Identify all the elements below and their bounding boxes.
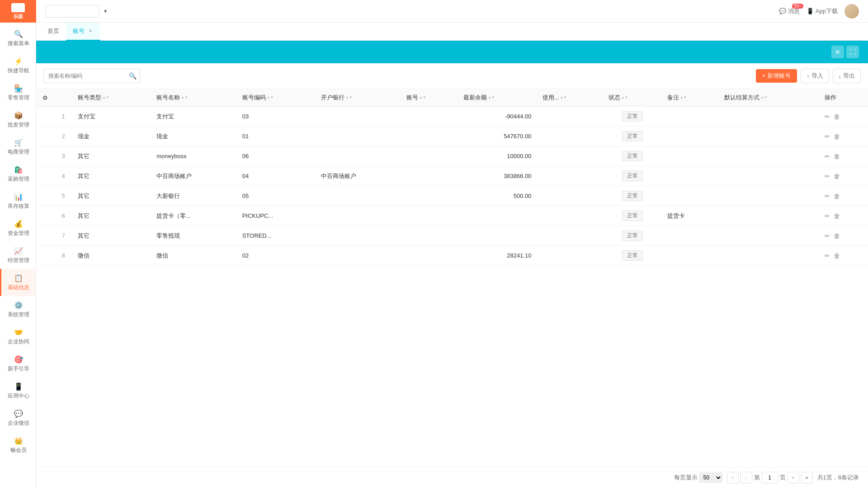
cell-balance-7: 28241.10 <box>458 246 537 266</box>
sidebar-item-basic-info[interactable]: 📋 基础信息 <box>0 269 36 296</box>
th-code[interactable]: 账号编码▲▼ <box>237 89 316 107</box>
sidebar-item-enterprise-wechat[interactable]: 💬 企业微信 <box>0 404 36 432</box>
th-settings[interactable]: ⚙ <box>36 89 54 107</box>
sidebar-label-operations-mgmt: 经营管理 <box>8 257 29 264</box>
cell-settings-2 <box>36 146 54 166</box>
cell-bank-5 <box>316 206 401 226</box>
sidebar-item-enterprise-agreement[interactable]: 🤝 企业协同 <box>0 323 36 350</box>
sidebar-item-quick-nav[interactable]: ⚡ 快捷导航 <box>0 52 36 79</box>
sidebar-item-inventory-check[interactable]: 📊 库存核算 <box>0 188 36 215</box>
topbar-dropdown[interactable]: ▾ <box>104 8 107 14</box>
cell-code-3: 04 <box>237 166 316 186</box>
search-input[interactable] <box>44 73 125 79</box>
search-button[interactable]: 🔍 <box>125 69 140 83</box>
import-button[interactable]: ↑ 导入 <box>801 69 829 83</box>
cell-account-3 <box>401 166 458 186</box>
th-bank-sort[interactable]: 开户银行▲▼ <box>321 94 353 102</box>
prev-page-btn[interactable]: ‹ <box>741 472 752 483</box>
page-close-btn[interactable]: ✕ <box>831 46 844 58</box>
delete-btn-7[interactable]: 🗑 <box>834 252 840 259</box>
th-default-settlement[interactable]: 默认结算方式▲▼ <box>719 89 820 107</box>
th-type[interactable]: 账号类型▲▼ <box>72 89 151 107</box>
edit-btn-5[interactable]: ✏ <box>825 212 830 220</box>
th-name-sort[interactable]: 账号名称▲▼ <box>156 94 188 102</box>
page-number-input[interactable] <box>762 472 778 483</box>
cell-default-settlement-3 <box>719 166 820 186</box>
th-usage-sort[interactable]: 使用...▲▼ <box>542 94 567 102</box>
cell-type-5: 其它 <box>72 206 151 226</box>
page-size-dropdown[interactable]: 50 10 20 100 <box>699 473 722 483</box>
cell-default-settlement-2 <box>719 146 820 166</box>
tab-account[interactable]: 账号 ✕ <box>66 23 100 41</box>
edit-btn-2[interactable]: ✏ <box>825 153 830 160</box>
edit-btn-3[interactable]: ✏ <box>825 173 830 180</box>
sidebar-item-search-menu[interactable]: 🔍 搜索菜单 <box>0 25 36 52</box>
delete-btn-3[interactable]: 🗑 <box>834 173 840 180</box>
tab-home-label: 首页 <box>47 27 59 35</box>
page-fullscreen-btn[interactable]: ⛶ <box>846 46 859 58</box>
delete-btn-4[interactable]: 🗑 <box>834 192 840 200</box>
edit-btn-1[interactable]: ✏ <box>825 133 830 140</box>
th-code-sort[interactable]: 账号编码▲▼ <box>242 94 274 102</box>
sidebar-item-wholesale-mgmt[interactable]: 📦 批发管理 <box>0 106 36 133</box>
th-account[interactable]: 账号▲▼ <box>401 89 458 107</box>
delete-btn-6[interactable]: 🗑 <box>834 232 840 239</box>
th-bank[interactable]: 开户银行▲▼ <box>316 89 401 107</box>
first-page-btn[interactable]: « <box>727 472 739 483</box>
cell-code-6: STORED... <box>237 226 316 246</box>
sidebar-item-operations-mgmt[interactable]: 📈 经营管理 <box>0 242 36 269</box>
sidebar-nav: 🔍 搜索菜单 ⚡ 快捷导航 🏪 零售管理 📦 批发管理 🛒 电商管理 🛍️ 采购… <box>0 23 36 488</box>
th-type-sort[interactable]: 账号类型▲▼ <box>78 94 109 102</box>
th-name[interactable]: 账号名称▲▼ <box>151 89 236 107</box>
cell-actions-3: ✏ 🗑 <box>819 166 868 186</box>
th-default-settlement-sort[interactable]: 默认结算方式▲▼ <box>724 94 768 102</box>
user-avatar[interactable] <box>844 4 859 19</box>
add-account-button[interactable]: + 新增账号 <box>756 69 797 83</box>
sidebar-item-retail-mgmt[interactable]: 🏪 零售管理 <box>0 79 36 106</box>
tab-home[interactable]: 首页 <box>41 23 66 41</box>
th-account-sort[interactable]: 账号▲▼ <box>406 94 426 102</box>
export-button[interactable]: ↓ 导出 <box>833 69 861 83</box>
th-balance-sort[interactable]: 最新余额▲▼ <box>463 94 495 102</box>
sidebar-item-newbie-guide[interactable]: 🎯 新手引导 <box>0 350 36 377</box>
topbar-search-input[interactable] <box>45 5 99 18</box>
table-row: 3 其它 moneybosx 06 10000.00 正常 ✏ 🗑 <box>36 146 868 166</box>
edit-btn-7[interactable]: ✏ <box>825 252 830 259</box>
status-badge-4: 正常 <box>622 191 643 201</box>
edit-btn-6[interactable]: ✏ <box>825 232 830 239</box>
cell-name-1: 现金 <box>151 127 236 146</box>
cell-remark-7 <box>662 246 719 266</box>
th-remark-sort[interactable]: 备注▲▼ <box>667 94 687 102</box>
cell-default-settlement-5 <box>719 206 820 226</box>
sidebar-item-member[interactable]: 👑 畅会员 <box>0 432 36 459</box>
message-button[interactable]: 💬 消息 99+ <box>779 7 800 15</box>
cell-settings-1 <box>36 127 54 146</box>
sidebar-item-system-mgmt[interactable]: ⚙️ 系统管理 <box>0 296 36 323</box>
th-usage[interactable]: 使用...▲▼ <box>537 89 603 107</box>
cell-status-1: 正常 <box>603 127 662 146</box>
tab-account-label: 账号 <box>73 27 85 35</box>
edit-btn-4[interactable]: ✏ <box>825 192 830 200</box>
action-btns-4: ✏ 🗑 <box>825 192 863 200</box>
sidebar-item-purchase-mgmt[interactable]: 🛍️ 采购管理 <box>0 160 36 188</box>
th-status[interactable]: 状态▲▼ <box>603 89 662 107</box>
app-download-button[interactable]: 📱 App下载 <box>807 7 838 15</box>
edit-btn-0[interactable]: ✏ <box>825 113 830 120</box>
th-remark[interactable]: 备注▲▼ <box>662 89 719 107</box>
delete-btn-5[interactable]: 🗑 <box>834 212 840 220</box>
sidebar-item-app-center[interactable]: 📱 应用中心 <box>0 377 36 404</box>
delete-btn-0[interactable]: 🗑 <box>834 113 840 120</box>
delete-btn-2[interactable]: 🗑 <box>834 153 840 160</box>
status-badge-7: 正常 <box>622 250 643 261</box>
delete-btn-1[interactable]: 🗑 <box>834 133 840 140</box>
export-icon: ↓ <box>839 73 842 80</box>
cell-name-4: 大新银行 <box>151 186 236 206</box>
tab-account-close[interactable]: ✕ <box>87 28 94 34</box>
sidebar-item-ecommerce-mgmt[interactable]: 🛒 电商管理 <box>0 133 36 160</box>
last-page-btn[interactable]: » <box>801 472 813 483</box>
th-balance[interactable]: 最新余额▲▼ <box>458 89 537 107</box>
sidebar-label-newbie-guide: 新手引导 <box>8 365 29 373</box>
next-page-btn[interactable]: › <box>788 472 799 483</box>
th-status-sort[interactable]: 状态▲▼ <box>609 94 628 102</box>
sidebar-item-finance-mgmt[interactable]: 💰 资金管理 <box>0 215 36 242</box>
